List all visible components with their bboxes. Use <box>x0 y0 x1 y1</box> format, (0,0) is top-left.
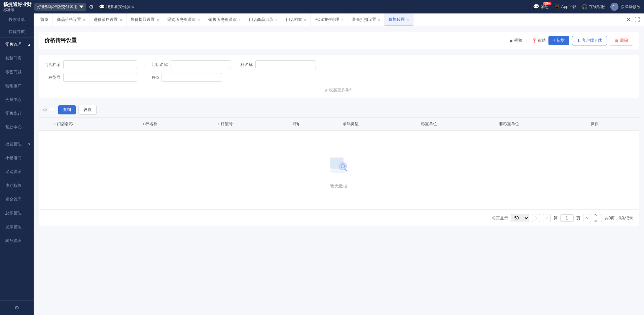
prev-page-btn[interactable]: ＜ <box>543 214 551 222</box>
query-button[interactable]: 查询 <box>58 105 76 114</box>
user-menu[interactable]: Ea 徐泽华修改 <box>610 3 641 11</box>
store-name-input[interactable] <box>171 60 231 69</box>
tab-close-all[interactable]: ✕ <box>625 16 632 23</box>
sidebar-item-wholesale[interactable]: 批发管理 ▼ <box>0 137 34 151</box>
video-link[interactable]: ▶ 视频 <box>510 38 522 43</box>
page-total: 共0页，0条记录 <box>605 215 633 221</box>
form-item-scale-name: 秤名称 <box>237 60 316 69</box>
sidebar-item-inventory[interactable]: 库存核算 <box>0 179 34 193</box>
next-page-btn[interactable]: ＞ <box>583 214 591 222</box>
tab-purchase-strategy[interactable]: 进价策略设置 × <box>90 13 126 26</box>
scale-model-input[interactable] <box>63 73 137 82</box>
scale-ip-input[interactable] <box>162 73 222 82</box>
sidebar-item-general-ledger[interactable]: 总账管理 <box>0 206 34 220</box>
tab-close-min-discount[interactable]: × <box>378 18 380 22</box>
tab-sale-history[interactable]: 销售历史价跟踪 × <box>204 13 245 26</box>
sidebar-item-marketing[interactable]: 营销推广 <box>0 79 34 93</box>
sidebar-item-finance[interactable]: 资金管理 <box>0 193 34 206</box>
form-row-1: 门店档案 ··· 门店名称 秤名称 <box>44 60 633 69</box>
search-form: 门店档案 ··· 门店名称 秤名称 秤型号 <box>39 55 639 98</box>
last-page-btn[interactable]: ＞＞ <box>594 214 602 222</box>
tab-close-price-scale[interactable]: × <box>407 18 409 22</box>
page-label: 算 <box>553 215 558 221</box>
avatar: Ea <box>610 3 618 11</box>
tab-close-purchase-strategy[interactable]: × <box>120 18 122 22</box>
page-content: 价格传秤设置 ▶ 视频 | ❓ 帮助 + 新增 ⬇ 客户端下载 <box>34 26 644 315</box>
play-icon: ▶ <box>510 38 513 43</box>
store-profile-more[interactable]: ··· <box>140 62 146 67</box>
tab-pos-manage[interactable]: POS加密管理 × <box>311 13 348 26</box>
store-name-label: 门店名称 <box>152 62 168 68</box>
message-btn[interactable]: 💬 消息 99+ <box>533 4 549 10</box>
sidebar-nav[interactable]: 快捷导航 <box>0 26 34 38</box>
page-input[interactable] <box>560 214 574 222</box>
sidebar-item-purchase[interactable]: 采购管理 <box>0 165 34 179</box>
version-selector[interactable]: 好业财标准版交付试用 <box>34 3 86 11</box>
scale-model-label: 秤型号 <box>44 75 61 80</box>
tab-sale-extract[interactable]: 售价提取设置 × <box>127 13 163 26</box>
question-icon: ❓ <box>532 38 537 43</box>
select-all-checkbox[interactable] <box>50 108 54 112</box>
collapse-bar[interactable]: ∧ 收起更多条件 <box>44 86 633 93</box>
online-service-btn[interactable]: 🎧 在线客服 <box>582 4 605 10</box>
store-profile-label: 门店档案 <box>44 62 61 68</box>
sidebar-item-help[interactable]: 帮助中心 <box>0 120 34 134</box>
tab-close-store-profile[interactable]: × <box>304 18 306 22</box>
demo-link[interactable]: 💬 我要看实例演示 <box>99 4 134 10</box>
th-scale-ip: 秤ip <box>289 118 338 131</box>
per-page-select[interactable]: 50 10 20 100 <box>511 214 529 222</box>
tab-close-store-catalog[interactable]: × <box>275 18 277 22</box>
tab-expand[interactable]: ⛶ <box>633 17 641 23</box>
delete-button[interactable]: 🗑 删除 <box>610 36 633 45</box>
form-item-scale-model: 秤型号 <box>44 73 137 82</box>
tab-price-setting[interactable]: 商品价格设置 × <box>53 13 90 26</box>
sidebar-item-tax[interactable]: 税务管理 <box>0 234 34 248</box>
table-toolbar: ⚙ 查询 设置 <box>39 102 639 118</box>
sidebar-item-retail-stats[interactable]: 零售统计 <box>0 107 34 120</box>
tab-price-scale[interactable]: 价格传秤 × <box>385 13 413 26</box>
th-scale-name[interactable]: ↕ 秤名称 <box>138 118 214 131</box>
chevron-up-icon: ∧ <box>325 88 328 93</box>
sidebar-search[interactable]: 搜索菜单 <box>0 13 34 26</box>
sidebar-item-ecommerce[interactable]: 小畅电商 <box>0 151 34 165</box>
th-store-name[interactable]: ↕ 门店名称 <box>50 118 138 131</box>
table-body: 暂无数据 <box>39 131 639 210</box>
tab-close-pos-manage[interactable]: × <box>341 18 343 22</box>
sidebar-item-invoice[interactable]: 发票管理 <box>0 220 34 234</box>
tab-close-sale-history[interactable]: × <box>239 18 241 22</box>
th-scale-model[interactable]: ↕ 秤型号 <box>214 118 289 131</box>
store-profile-input[interactable] <box>63 60 137 69</box>
download-button[interactable]: ⬇ 客户端下载 <box>572 36 607 45</box>
tab-store-catalog[interactable]: 门店商品目录 × <box>245 13 282 26</box>
tab-close-purchase-history[interactable]: × <box>198 18 200 22</box>
form-item-store-name: 门店名称 <box>152 60 231 69</box>
empty-text: 暂无数据 <box>330 183 348 189</box>
tab-store-profile[interactable]: 门店档案 × <box>282 13 311 26</box>
first-page-btn[interactable]: ⟨⟨ <box>532 214 540 222</box>
th-checkbox <box>39 118 50 131</box>
table-container: ⚙ 查询 设置 ↕ 门店名称 <box>39 102 639 210</box>
app-download-btn[interactable]: 📱 App下载 <box>554 4 576 10</box>
th-weight-unit: 称重单位 <box>417 118 495 131</box>
tab-bar: 首页 商品价格设置 × 进价策略设置 × 售价提取设置 × 采购历史价跟踪 × … <box>34 13 644 26</box>
top-bar: 畅捷通好业财 标准版 好业财标准版交付试用 ⚙ 💬 我要看实例演示 💬 消息 9… <box>0 0 644 13</box>
main-layout: 搜索菜单 快捷导航 零售管理 ▲ 智慧门店 零售商城 营销推广 会员中心 零售统… <box>0 13 644 315</box>
add-button[interactable]: + 新增 <box>548 36 569 45</box>
scale-name-input[interactable] <box>255 60 316 69</box>
sidebar-item-smart-store[interactable]: 智慧门店 <box>0 51 34 65</box>
tab-close-price-setting[interactable]: × <box>83 18 85 22</box>
settings-icon[interactable]: ⚙ <box>89 4 94 10</box>
th-barcode-type: 条码类型 <box>338 118 417 131</box>
sidebar-item-retail-mall[interactable]: 零售商城 <box>0 65 34 79</box>
tab-close-sale-extract[interactable]: × <box>157 18 159 22</box>
sidebar-settings-icon[interactable]: ⚙ <box>0 300 34 315</box>
tab-home[interactable]: 首页 <box>36 13 53 26</box>
help-link[interactable]: ❓ 帮助 <box>532 38 546 43</box>
app-logo: 畅捷通好业财 标准版 <box>3 1 32 12</box>
table-settings-icon[interactable]: ⚙ <box>43 107 47 112</box>
sidebar-item-member[interactable]: 会员中心 <box>0 93 34 107</box>
set-button[interactable]: 设置 <box>78 105 97 115</box>
tab-purchase-history[interactable]: 采购历史价跟踪 × <box>163 13 204 26</box>
tab-min-discount[interactable]: 最低折扣设置 × <box>348 13 385 26</box>
sidebar-item-retail[interactable]: 零售管理 ▲ <box>0 38 34 51</box>
